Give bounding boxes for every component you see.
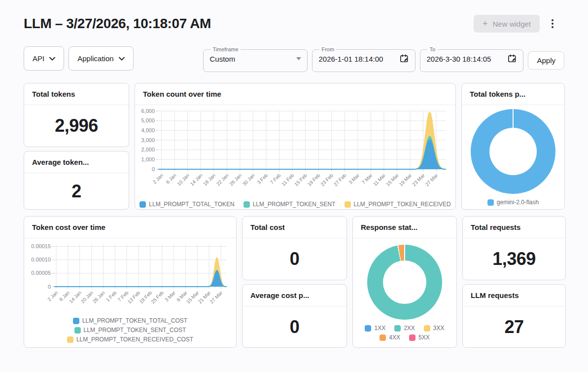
legend-label: 1XX xyxy=(374,325,385,332)
widget-title: Total tokens p... xyxy=(470,90,525,98)
widget-title: Total tokens xyxy=(32,90,75,98)
svg-text:19 Feb: 19 Feb xyxy=(138,290,153,304)
legend-item-3xx[interactable]: 3XX xyxy=(424,325,445,332)
svg-text:27 Mar: 27 Mar xyxy=(209,290,224,304)
svg-text:13 Feb: 13 Feb xyxy=(127,290,141,304)
calendar-edit-icon[interactable] xyxy=(399,54,409,64)
application-filter-dropdown[interactable]: Application xyxy=(69,46,133,71)
legend-row: LLM_PROMPT_TOKEN_RECEIVED_COST xyxy=(67,336,193,343)
select-arrow-icon xyxy=(296,57,301,60)
page-header: LLM – 3/27/2026, 10:18:07 AM + New widge… xyxy=(0,0,588,33)
kebab-menu-button[interactable] xyxy=(548,16,557,31)
svg-text:4,000: 4,000 xyxy=(141,127,155,133)
svg-text:0.00010: 0.00010 xyxy=(31,257,51,262)
new-widget-label: New widget xyxy=(492,20,531,28)
legend-item-gemini-2-0-flash[interactable]: gemini-2.0-flash xyxy=(487,199,539,206)
svg-text:18 Jan: 18 Jan xyxy=(202,173,216,187)
legend-label: LLM_PROMPT_TOKEN_SENT xyxy=(253,201,336,208)
svg-text:11 Feb: 11 Feb xyxy=(280,172,295,187)
svg-text:5,000: 5,000 xyxy=(141,117,155,123)
stat-value-total-requests: 1,369 xyxy=(492,249,536,269)
legend-label: LLM_PROMPT_TOKEN_TOTAL_COST xyxy=(82,317,187,324)
stat-value-total-cost: 0 xyxy=(290,249,300,269)
kebab-dot xyxy=(552,23,553,25)
kebab-dot xyxy=(552,19,553,21)
new-widget-button[interactable]: + New widget xyxy=(474,15,540,33)
legend-item-llm-prompt-token-total-cost[interactable]: LLM_PROMPT_TOKEN_TOTAL_COST xyxy=(73,317,187,324)
legend-label: LLM_PROMPT_TOTAL_TOKEN xyxy=(149,201,234,208)
to-date-input[interactable]: To 2026-3-30 18:14:05 xyxy=(420,46,523,72)
api-filter-dropdown[interactable]: API xyxy=(24,46,64,71)
svg-text:15 Mar: 15 Mar xyxy=(185,290,200,304)
widget-total-tokens: Total tokens 2,996 xyxy=(24,83,129,147)
svg-text:3,000: 3,000 xyxy=(141,137,155,143)
legend-swatch xyxy=(394,325,401,332)
legend-row: 4XX5XX xyxy=(380,334,429,341)
legend-item-5xx[interactable]: 5XX xyxy=(409,334,430,341)
legend-label: LLM_PROMPT_TOKEN_RECEIVED xyxy=(354,201,451,208)
svg-text:27 Feb: 27 Feb xyxy=(333,172,347,187)
legend-swatch xyxy=(409,335,415,341)
svg-text:26 Jan: 26 Jan xyxy=(228,173,242,187)
legend-label: 4XX xyxy=(389,334,400,341)
to-field-label: To xyxy=(427,46,437,52)
svg-text:7 Feb: 7 Feb xyxy=(269,172,282,185)
svg-text:2 Jan: 2 Jan xyxy=(152,173,164,185)
svg-text:1,000: 1,000 xyxy=(141,156,155,162)
svg-text:27 Mar: 27 Mar xyxy=(424,172,439,187)
legend-item-4xx[interactable]: 4XX xyxy=(380,334,400,341)
legend-label: 2XX xyxy=(404,325,415,332)
legend-swatch xyxy=(243,201,250,208)
widget-response-status: Response stat... 1XX2XX3XX4XX5XX xyxy=(352,216,457,348)
response-status-legend: 1XX2XX3XX4XX5XX xyxy=(365,325,444,341)
calendar-edit-icon[interactable] xyxy=(507,54,517,64)
widget-title: Token count over time xyxy=(143,90,221,98)
svg-text:10 Jan: 10 Jan xyxy=(176,173,190,187)
svg-text:11 Mar: 11 Mar xyxy=(372,172,387,187)
timeframe-controls: Timeframe Custom From 2026-1-01 18:14:00… xyxy=(203,46,564,72)
svg-text:2,000: 2,000 xyxy=(141,147,155,152)
legend-label: 3XX xyxy=(433,325,445,332)
legend-row: LLM_PROMPT_TOKEN_TOTAL_COST xyxy=(73,317,187,324)
legend-label: 5XX xyxy=(418,334,430,341)
widget-total-cost: Total cost 0 xyxy=(242,216,347,280)
legend-label: LLM_PROMPT_TOKEN_SENT_COST xyxy=(84,327,186,334)
from-date-input[interactable]: From 2026-1-01 18:14:00 xyxy=(312,46,415,72)
token-cost-chart-canvas: 00.000050.000100.000152 Jan8 Jan14 Jan20… xyxy=(27,240,234,315)
widget-average-tokens: Average token... 2 xyxy=(24,151,129,210)
token-count-legend: LLM_PROMPT_TOTAL_TOKENLLM_PROMPT_TOKEN_S… xyxy=(139,201,450,208)
legend-swatch xyxy=(365,325,371,332)
header-actions: + New widget xyxy=(474,15,564,33)
token-cost-area-chart: 00.000050.000100.000152 Jan8 Jan14 Jan20… xyxy=(27,240,234,317)
from-date-value: 2026-1-01 18:14:00 xyxy=(318,55,383,63)
legend-item-2xx[interactable]: 2XX xyxy=(394,325,415,332)
svg-text:0: 0 xyxy=(48,284,51,290)
legend-item-llm-prompt-token-received-cost[interactable]: LLM_PROMPT_TOKEN_RECEIVED_COST xyxy=(67,336,193,343)
legend-swatch xyxy=(74,327,81,334)
legend-item-llm-prompt-total-token[interactable]: LLM_PROMPT_TOTAL_TOKEN xyxy=(139,201,234,208)
svg-text:1 Feb: 1 Feb xyxy=(105,290,118,302)
legend-item-llm-prompt-token-received[interactable]: LLM_PROMPT_TOKEN_RECEIVED xyxy=(345,201,451,208)
timeframe-select[interactable]: Timeframe Custom xyxy=(203,46,308,72)
svg-text:26 Jan: 26 Jan xyxy=(92,290,106,304)
tokens-per-model-legend: gemini-2.0-flash xyxy=(487,199,539,206)
legend-swatch xyxy=(73,318,79,324)
apply-button[interactable]: Apply xyxy=(528,51,564,70)
widget-token-count-chart: Token count over time 01,0002,0003,0004,… xyxy=(135,83,456,210)
legend-item-llm-prompt-token-sent[interactable]: LLM_PROMPT_TOKEN_SENT xyxy=(243,201,336,208)
svg-text:3 Feb: 3 Feb xyxy=(256,172,269,185)
svg-text:20 Jan: 20 Jan xyxy=(80,290,94,304)
token-count-chart-canvas: 01,0002,0003,0004,0005,0006,0002 Jan6 Ja… xyxy=(138,107,453,199)
svg-text:23 Feb: 23 Feb xyxy=(319,172,334,187)
widget-llm-requests: LLM requests 27 xyxy=(462,284,566,348)
api-filter-label: API xyxy=(33,54,44,63)
legend-item-1xx[interactable]: 1XX xyxy=(365,325,385,332)
legend-item-llm-prompt-token-sent-cost[interactable]: LLM_PROMPT_TOKEN_SENT_COST xyxy=(74,327,186,334)
legend-label: gemini-2.0-flash xyxy=(497,199,539,206)
widget-title: Average cost p... xyxy=(250,291,310,299)
svg-text:0.00005: 0.00005 xyxy=(31,270,51,276)
application-filter-label: Application xyxy=(77,54,113,63)
legend-row: LLM_PROMPT_TOKEN_SENT_COST xyxy=(74,327,186,334)
stat-value-total-tokens: 2,996 xyxy=(55,115,98,136)
legend-label: LLM_PROMPT_TOKEN_RECEIVED_COST xyxy=(76,336,193,343)
